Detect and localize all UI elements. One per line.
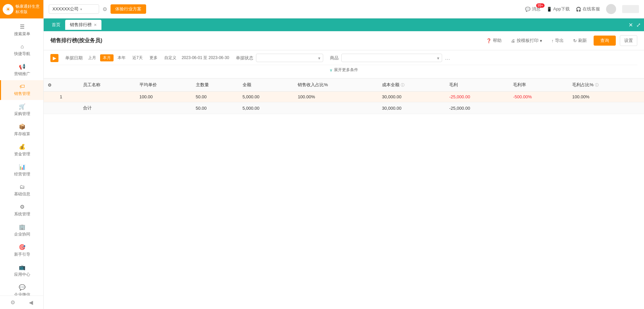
template-print-label: 按模板打印 bbox=[517, 38, 539, 44]
template-print-button[interactable]: 🖨 按模板打印 ▾ bbox=[508, 36, 545, 45]
nav-label-purchase: 采购管理 bbox=[14, 111, 30, 117]
th-amount: 全额 bbox=[239, 79, 294, 92]
refresh-icon: ↻ bbox=[573, 38, 577, 43]
sidebar-item-base-info[interactable]: 🗂 基础信息 bbox=[0, 181, 43, 200]
message-badge: 99+ bbox=[536, 3, 545, 8]
goods-filter: 商品 … bbox=[330, 54, 450, 62]
query-button[interactable]: 查询 bbox=[594, 36, 616, 46]
tab-home-label: 首页 bbox=[52, 22, 60, 28]
tab-sales-rank[interactable]: 销售排行榜 ✕ bbox=[65, 20, 101, 30]
th-settings[interactable]: ⚙ bbox=[44, 79, 56, 92]
topbar-right: 💬 消息 99+ 📱 App下载 🎧 在线客服 bbox=[525, 4, 639, 14]
nav-label-search-order: 搜索菜单 bbox=[14, 31, 30, 37]
date-tab-custom[interactable]: 自定义 bbox=[162, 54, 179, 61]
sidebar-item-app-center[interactable]: 📺 应用中心 bbox=[0, 261, 43, 281]
th-gross-pct: 毛利占比% ⓘ bbox=[568, 79, 644, 92]
footer-sales-pct bbox=[294, 102, 378, 114]
cell-cost: 30,000.00 bbox=[378, 92, 445, 102]
th-gross-rate: 毛利率 bbox=[509, 79, 568, 92]
template-print-arrow: ▾ bbox=[540, 38, 542, 43]
nav-label-enterprise: 企业协同 bbox=[14, 231, 30, 237]
company-name: XXXXXX公司 bbox=[52, 6, 79, 12]
th-gross: 毛利 bbox=[445, 79, 509, 92]
date-tab-7days[interactable]: 近7天 bbox=[130, 54, 145, 61]
tab-expand-icon[interactable]: ⤢ bbox=[636, 22, 641, 28]
tab-sales-rank-label: 销售排行榜 bbox=[70, 22, 92, 28]
sidebar-item-inventory[interactable]: 📦 库存核算 bbox=[0, 120, 43, 140]
cell-main-qty: 50.00 bbox=[192, 92, 239, 102]
company-arrow-icon: ▾ bbox=[80, 7, 82, 11]
cost-help-icon[interactable]: ⓘ bbox=[401, 83, 404, 87]
cell-gross-rate: -500.00% bbox=[509, 92, 568, 102]
date-tab-year[interactable]: 本年 bbox=[115, 54, 128, 61]
th-avg-price: 平均单价 bbox=[135, 79, 192, 92]
date-tab-current-month[interactable]: 本月 bbox=[100, 54, 114, 61]
status-select[interactable] bbox=[256, 54, 323, 62]
page-content: 销售排行榜(按业务员) ❓ 帮助 🖨 按模板打印 ▾ ↑ 导出 ↻ 刷新 bbox=[44, 31, 644, 309]
sidebar-item-marketing[interactable]: 📢 营销推广 bbox=[0, 60, 43, 80]
gear-icon-small[interactable]: ⚙ bbox=[48, 83, 52, 88]
nav-label-quick-nav: 快捷导航 bbox=[14, 51, 30, 57]
nav-icon-inventory: 📦 bbox=[19, 123, 26, 130]
sidebar-item-guide[interactable]: 🎯 新手引导 bbox=[0, 241, 43, 261]
sidebar-settings-btn[interactable]: ⚙ bbox=[10, 299, 15, 306]
sidebar-item-operations[interactable]: 📊 经营管理 bbox=[0, 160, 43, 181]
date-tabs: 上月 本月 本年 近7天 更多 自定义 bbox=[85, 54, 179, 61]
filter-toggle-btn[interactable]: ▶ bbox=[50, 54, 58, 62]
sidebar-item-purchase[interactable]: 🛒 采购管理 bbox=[0, 100, 43, 120]
nav-label-marketing: 营销推广 bbox=[14, 71, 30, 77]
sidebar-item-enterprise[interactable]: 🏢 企业协同 bbox=[0, 220, 43, 241]
th-sales-pct: 销售收入占比% bbox=[294, 79, 378, 92]
app-download-label: App下载 bbox=[553, 6, 570, 12]
trial-button[interactable]: 体验行业方案 bbox=[111, 4, 146, 14]
sidebar-collapse-btn[interactable]: ◀ bbox=[29, 299, 33, 306]
sidebar-item-wechat[interactable]: 💬 企业微信 bbox=[0, 281, 43, 296]
page-header: 销售排行榜(按业务员) ❓ 帮助 🖨 按模板打印 ▾ ↑ 导出 ↻ 刷新 bbox=[44, 31, 644, 50]
message-action[interactable]: 💬 消息 99+ bbox=[525, 6, 541, 12]
expand-more-btn[interactable]: ∨ 展开更多条件 bbox=[330, 67, 358, 73]
company-select[interactable]: XXXXXX公司 ▾ bbox=[49, 4, 99, 14]
goods-more-icon[interactable]: … bbox=[445, 55, 450, 61]
sidebar-item-quick-nav[interactable]: ⌂ 快捷导航 bbox=[0, 40, 43, 60]
tab-home[interactable]: 首页 bbox=[47, 20, 65, 30]
th-employee: 员工名称 bbox=[79, 79, 135, 92]
online-service-action[interactable]: 🎧 在线客服 bbox=[576, 6, 600, 12]
nav-label-base-info: 基础信息 bbox=[14, 191, 30, 197]
export-icon: ↑ bbox=[552, 38, 554, 43]
user-avatar[interactable] bbox=[606, 4, 616, 14]
gross-pct-help-icon[interactable]: ⓘ bbox=[595, 83, 599, 87]
cell-avg-price: 100.00 bbox=[135, 92, 192, 102]
date-tab-more[interactable]: 更多 bbox=[147, 54, 160, 61]
tab-close-all-icon[interactable]: ✕ bbox=[629, 22, 633, 28]
help-label: 帮助 bbox=[493, 38, 502, 44]
help-button[interactable]: ❓ 帮助 bbox=[483, 36, 504, 45]
status-select-wrapper bbox=[256, 54, 323, 62]
filter-row-1: ▶ 单据日期 上月 本月 本年 近7天 更多 自定义 2023-06-01 至 … bbox=[50, 54, 637, 62]
export-button[interactable]: ↑ 导出 bbox=[549, 36, 567, 45]
page-actions: ❓ 帮助 🖨 按模板打印 ▾ ↑ 导出 ↻ 刷新 查询 设置 bbox=[483, 35, 638, 46]
date-label: 单据日期 bbox=[65, 55, 83, 61]
table-header: ⚙ 员工名称 平均单价 主数量 全额 销售收入占比% 成本全额 ⓘ 毛利 毛利率 bbox=[44, 79, 644, 92]
nav-label-sales: 销售管理 bbox=[14, 91, 30, 97]
logo-icon: ☀ bbox=[3, 4, 13, 15]
nav-icon-enterprise: 🏢 bbox=[19, 224, 26, 230]
app-download-action[interactable]: 📱 App下载 bbox=[547, 6, 570, 12]
nav-icon-quick-nav: ⌂ bbox=[20, 44, 24, 50]
sidebar-item-finance[interactable]: 💰 资金管理 bbox=[0, 140, 43, 160]
settings-button[interactable]: 设置 bbox=[620, 35, 637, 46]
sidebar-item-system[interactable]: ⚙ 系统管理 bbox=[0, 200, 43, 220]
topbar-gear-icon[interactable]: ⚙ bbox=[102, 6, 107, 12]
nav-label-system: 系统管理 bbox=[14, 211, 30, 217]
date-tab-last-month[interactable]: 上月 bbox=[85, 54, 99, 61]
refresh-button[interactable]: ↻ 刷新 bbox=[570, 36, 590, 45]
status-filter: 单据状态 bbox=[236, 54, 323, 62]
user-name-area bbox=[622, 5, 639, 13]
footer-label: 合计 bbox=[79, 102, 135, 114]
footer-main-qty: 50.00 bbox=[192, 102, 239, 114]
sidebar-item-search-order[interactable]: ☰ 搜索菜单 bbox=[0, 20, 43, 40]
sidebar-item-sales[interactable]: 🏷 销售管理 bbox=[0, 80, 43, 100]
tab-sales-rank-close-icon[interactable]: ✕ bbox=[94, 23, 97, 27]
expand-row: ∨ 展开更多条件 bbox=[50, 65, 637, 75]
goods-select[interactable] bbox=[341, 54, 442, 62]
footer-gross-pct bbox=[568, 102, 644, 114]
